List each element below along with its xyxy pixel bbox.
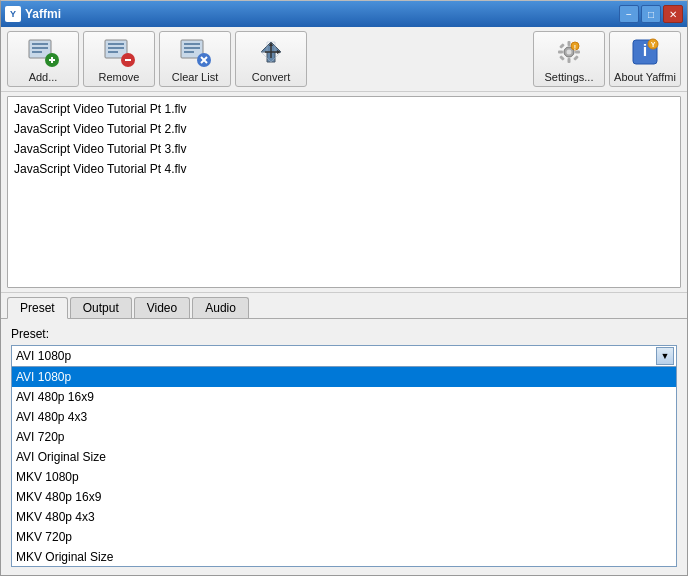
settings-button[interactable]: ! Settings...	[533, 31, 605, 87]
svg-text:!: !	[574, 43, 576, 50]
convert-label: Convert	[252, 71, 291, 83]
remove-icon	[103, 36, 135, 68]
svg-point-27	[567, 49, 572, 54]
window-title: Yaffmi	[25, 7, 619, 21]
tab-audio[interactable]: Audio	[192, 297, 249, 318]
svg-rect-1	[32, 43, 48, 45]
preset-option[interactable]: MKV 720p	[12, 527, 676, 547]
file-item[interactable]: JavaScript Video Tutorial Pt 2.flv	[10, 119, 678, 139]
close-button[interactable]: ✕	[663, 5, 683, 23]
preset-selected-value: AVI 1080p	[16, 349, 71, 363]
preset-option[interactable]: AVI Original Size	[12, 447, 676, 467]
tab-content-preset: Preset: AVI 1080p ▼ AVI 1080pAVI 480p 16…	[1, 319, 687, 575]
svg-text:i: i	[643, 42, 647, 59]
toolbar: Add... Remove	[1, 27, 687, 92]
svg-rect-6	[51, 57, 53, 63]
tab-output[interactable]: Output	[70, 297, 132, 318]
preset-option[interactable]: MKV 1080p	[12, 467, 676, 487]
svg-rect-12	[125, 59, 131, 61]
convert-button[interactable]: Convert	[235, 31, 307, 87]
add-button[interactable]: Add...	[7, 31, 79, 87]
svg-rect-9	[108, 47, 124, 49]
preset-dropdown-wrapper: AVI 1080p ▼ AVI 1080pAVI 480p 16x9AVI 48…	[11, 345, 677, 567]
preset-option[interactable]: MKV Original Size	[12, 547, 676, 567]
file-item[interactable]: JavaScript Video Tutorial Pt 4.flv	[10, 159, 678, 179]
remove-label: Remove	[99, 71, 140, 83]
window-controls: − □ ✕	[619, 5, 683, 23]
tab-bar: PresetOutputVideoAudio	[1, 293, 687, 319]
svg-rect-14	[184, 43, 200, 45]
about-icon: i Y	[629, 36, 661, 68]
remove-button[interactable]: Remove	[83, 31, 155, 87]
svg-rect-30	[558, 50, 563, 53]
preset-label: Preset:	[11, 327, 677, 341]
svg-rect-32	[559, 43, 565, 49]
clear-list-label: Clear List	[172, 71, 218, 83]
preset-option[interactable]: MKV 480p 4x3	[12, 507, 676, 527]
bottom-panel: PresetOutputVideoAudio Preset: AVI 1080p…	[1, 292, 687, 575]
dropdown-arrow-icon: ▼	[656, 347, 674, 365]
about-button[interactable]: i Y About Yaffmi	[609, 31, 681, 87]
tab-preset[interactable]: Preset	[7, 297, 68, 319]
clear-list-icon	[179, 36, 211, 68]
title-bar: Y Yaffmi − □ ✕	[1, 1, 687, 27]
svg-rect-8	[108, 43, 124, 45]
tab-video[interactable]: Video	[134, 297, 190, 318]
preset-option[interactable]: MKV 480p 16x9	[12, 487, 676, 507]
add-label: Add...	[29, 71, 58, 83]
svg-text:Y: Y	[651, 41, 656, 48]
settings-icon: !	[553, 36, 585, 68]
preset-option[interactable]: AVI 480p 4x3	[12, 407, 676, 427]
preset-option[interactable]: AVI 480p 16x9	[12, 387, 676, 407]
svg-rect-29	[568, 58, 571, 63]
svg-rect-15	[184, 47, 200, 49]
preset-select-display[interactable]: AVI 1080p ▼	[11, 345, 677, 367]
svg-rect-3	[32, 51, 42, 53]
svg-rect-10	[108, 51, 118, 53]
convert-icon	[255, 36, 287, 68]
svg-rect-34	[559, 55, 565, 61]
file-item[interactable]: JavaScript Video Tutorial Pt 3.flv	[10, 139, 678, 159]
svg-rect-28	[568, 41, 571, 46]
settings-label: Settings...	[545, 71, 594, 83]
file-list[interactable]: JavaScript Video Tutorial Pt 1.flvJavaSc…	[7, 96, 681, 288]
clear-list-button[interactable]: Clear List	[159, 31, 231, 87]
svg-rect-31	[575, 50, 580, 53]
file-item[interactable]: JavaScript Video Tutorial Pt 1.flv	[10, 99, 678, 119]
svg-rect-16	[184, 51, 194, 53]
app-icon: Y	[5, 6, 21, 22]
add-icon	[27, 36, 59, 68]
svg-rect-35	[573, 55, 579, 61]
svg-rect-2	[32, 47, 48, 49]
minimize-button[interactable]: −	[619, 5, 639, 23]
preset-option[interactable]: AVI 720p	[12, 427, 676, 447]
preset-dropdown-list[interactable]: AVI 1080pAVI 480p 16x9AVI 480p 4x3AVI 72…	[11, 367, 677, 567]
maximize-button[interactable]: □	[641, 5, 661, 23]
main-window: Y Yaffmi − □ ✕ Add...	[0, 0, 688, 576]
about-label: About Yaffmi	[614, 71, 676, 83]
preset-option[interactable]: AVI 1080p	[12, 367, 676, 387]
